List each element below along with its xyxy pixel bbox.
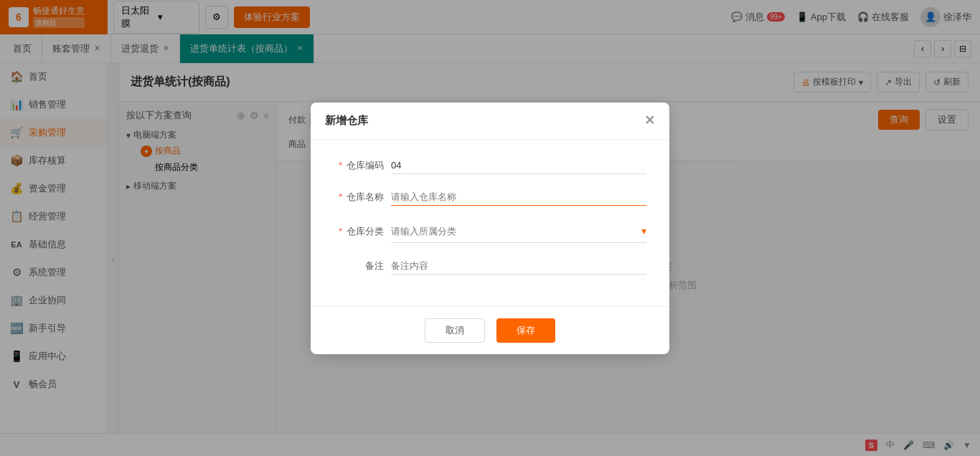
- modal-footer: 取消 保存: [311, 306, 669, 354]
- save-button[interactable]: 保存: [496, 318, 555, 343]
- remark-input[interactable]: [391, 257, 646, 275]
- form-row-name: * 仓库名称: [334, 189, 646, 206]
- name-required: *: [339, 191, 342, 202]
- code-input[interactable]: [391, 157, 646, 174]
- name-label-text: 仓库名称: [347, 191, 384, 202]
- form-row-remark: 备注: [334, 257, 646, 275]
- category-input[interactable]: [391, 223, 641, 239]
- name-label: * 仓库名称: [334, 191, 391, 204]
- category-required: *: [339, 226, 342, 237]
- category-label-text: 仓库分类: [347, 226, 384, 237]
- modal-title: 新增仓库: [325, 114, 368, 128]
- form-row-code: * 仓库编码: [334, 157, 646, 174]
- cancel-button[interactable]: 取消: [425, 318, 485, 343]
- modal-body: * 仓库编码 * 仓库名称 * 仓库分类: [311, 140, 669, 306]
- code-required: *: [339, 160, 342, 171]
- code-label-text: 仓库编码: [347, 160, 384, 171]
- remark-label-text: 备注: [365, 260, 384, 271]
- code-label: * 仓库编码: [334, 159, 391, 172]
- category-dropdown-icon: ▾: [641, 225, 646, 237]
- category-label: * 仓库分类: [334, 225, 391, 238]
- form-row-category: * 仓库分类 ▾: [334, 220, 646, 243]
- name-input[interactable]: [391, 189, 646, 206]
- modal-overlay: 新增仓库 ✕ * 仓库编码 * 仓库名称: [0, 0, 980, 456]
- add-warehouse-modal: 新增仓库 ✕ * 仓库编码 * 仓库名称: [311, 103, 669, 354]
- remark-label: 备注: [334, 260, 391, 272]
- modal-header: 新增仓库 ✕: [311, 103, 669, 140]
- category-select-wrap[interactable]: ▾: [391, 220, 646, 243]
- modal-close-button[interactable]: ✕: [644, 114, 655, 127]
